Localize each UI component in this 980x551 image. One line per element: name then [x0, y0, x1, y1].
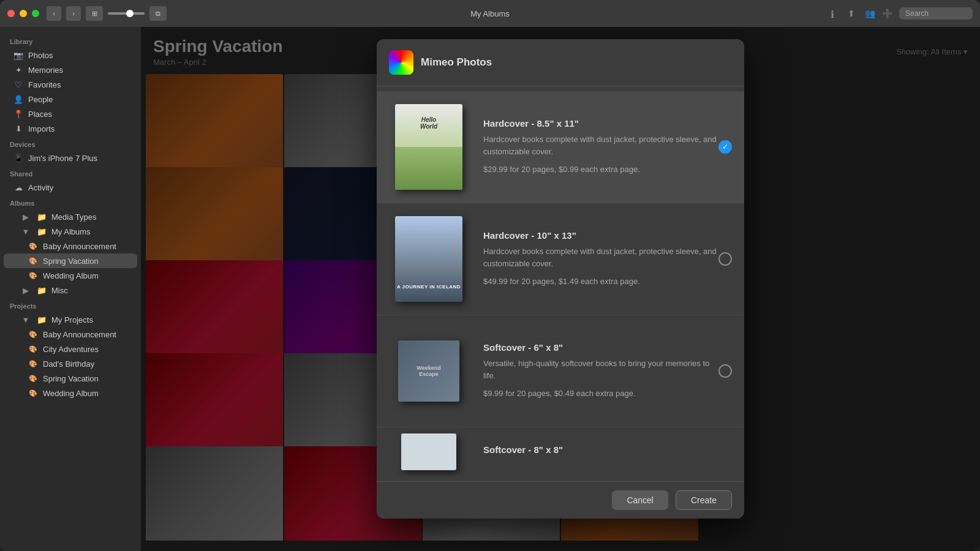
sidebar-item-misc[interactable]: ▶ 📁 Misc	[4, 283, 137, 298]
sidebar-item-label: Wedding Album	[43, 389, 99, 398]
grid-view-button[interactable]: ⊞	[86, 6, 103, 21]
back-button[interactable]: ‹	[47, 6, 61, 21]
book-cover-text: HelloWorld	[395, 116, 462, 130]
albums-section-label: Albums	[0, 195, 141, 209]
sidebar-item-proj-spring[interactable]: 🎨 Spring Vacation	[4, 371, 137, 386]
minimize-button[interactable]	[20, 10, 27, 17]
sidebar-item-favorites[interactable]: ♡ Favorites	[4, 77, 137, 92]
maximize-button[interactable]	[32, 10, 39, 17]
zoom-slider[interactable]	[108, 12, 145, 15]
album-icon: 🎨	[28, 256, 38, 266]
radio-button[interactable]	[718, 364, 732, 378]
product-description: Hardcover books complete with dust jacke…	[483, 246, 718, 269]
sidebar-item-label: Photos	[28, 51, 53, 60]
sidebar-item-my-albums[interactable]: ▼ 📁 My Albums	[4, 224, 137, 239]
add-icon[interactable]: ➕	[882, 9, 892, 18]
share-icon[interactable]: ⬆	[848, 9, 858, 18]
search-input[interactable]: Search	[899, 7, 973, 20]
product-info: Softcover - 8" x 8"	[483, 444, 732, 460]
sidebar-item-label: Dad's Birthday	[43, 359, 94, 369]
sidebar-item-iphone[interactable]: 📱 Jim's iPhone 7 Plus	[4, 151, 137, 165]
product-info: Softcover - 6" x 8" Versatile, high-qual…	[483, 342, 718, 400]
memories-icon: ✦	[13, 65, 23, 75]
chevron-right-icon: ▶	[21, 285, 31, 295]
product-description: Hardcover books complete with dust jacke…	[483, 133, 718, 157]
app-icon	[389, 50, 413, 75]
iphone-icon: 📱	[13, 153, 23, 163]
book-cover-text: WeekendEscape	[417, 365, 440, 377]
library-section-label: Library	[0, 33, 141, 48]
photos-icon: 📷	[13, 50, 23, 60]
photo-area: Spring Vacation March – April 2 Showing:…	[141, 27, 980, 551]
product-name: Softcover - 8" x 8"	[483, 444, 732, 455]
book-cover-text: A JOURNEY IN ICELAND	[395, 284, 462, 290]
sidebar-item-photos[interactable]: 📷 Photos	[4, 48, 137, 62]
product-item-softcover-6x8[interactable]: WeekendEscape Softcover - 6" x 8" Versat…	[377, 315, 744, 427]
radio-button-selected[interactable]: ✓	[718, 140, 732, 154]
person-icon: 👤	[13, 94, 23, 104]
close-button[interactable]	[7, 10, 15, 17]
sidebar-item-label: People	[28, 95, 53, 104]
project-icon: 🎨	[28, 344, 38, 354]
book-cover-image: WeekendEscape	[398, 340, 459, 402]
product-item-hardcover-85x11[interactable]: HelloWorld Hardcover - 8.5" x 11" Hardco…	[377, 91, 744, 203]
create-button[interactable]: Create	[676, 490, 732, 510]
product-item-hardcover-10x13[interactable]: A JOURNEY IN ICELAND Hardcover - 10" x 1…	[377, 203, 744, 315]
shared-section-label: Shared	[0, 165, 141, 180]
sidebar-item-label: Spring Vacation	[43, 257, 99, 266]
cancel-button[interactable]: Cancel	[612, 490, 668, 510]
product-thumbnail: A JOURNEY IN ICELAND	[389, 213, 469, 305]
window-title: My Albums	[470, 9, 510, 18]
modal-footer: Cancel Create	[377, 481, 744, 519]
sidebar-item-label: My Albums	[51, 227, 91, 236]
sidebar-item-label: Baby Announcement	[43, 330, 116, 339]
project-icon: 🎨	[28, 329, 38, 339]
split-view-button[interactable]: ⧉	[149, 6, 167, 21]
sidebar-item-memories[interactable]: ✦ Memories	[4, 62, 137, 77]
info-icon[interactable]: ℹ	[831, 9, 840, 18]
project-icon: 🎨	[28, 359, 38, 369]
product-thumbnail	[389, 427, 469, 476]
nav-controls: ‹ › ⊞ ⧉	[47, 6, 167, 21]
sidebar-item-people[interactable]: 👤 People	[4, 92, 137, 107]
sidebar-item-proj-dads[interactable]: 🎨 Dad's Birthday	[4, 356, 137, 371]
sidebar-item-label: Media Types	[51, 212, 96, 222]
album-icon: 🎨	[28, 241, 38, 251]
folder-icon: 📁	[37, 212, 47, 222]
sidebar-item-places[interactable]: 📍 Places	[4, 107, 137, 121]
sidebar-item-label: Baby Announcement	[43, 242, 116, 251]
folder-icon: 📁	[37, 227, 47, 236]
chevron-down-icon: ▼	[21, 315, 31, 324]
chevron-down-icon: ▼	[21, 227, 31, 236]
folder-icon: 📁	[37, 315, 47, 324]
checkmark-icon: ✓	[722, 143, 728, 151]
product-item-softcover-8x8[interactable]: Softcover - 8" x 8"	[377, 427, 744, 476]
forward-button[interactable]: ›	[66, 6, 81, 21]
product-price: $49.99 for 20 pages, $1.49 each extra pa…	[483, 276, 718, 288]
people-icon[interactable]: 👥	[865, 9, 875, 18]
book-cover-image: A JOURNEY IN ICELAND	[395, 216, 462, 302]
pin-icon: 📍	[13, 109, 23, 119]
book-cover-image	[401, 433, 456, 470]
sidebar-item-imports[interactable]: ⬇ Imports	[4, 121, 137, 136]
sidebar-item-baby-announcement[interactable]: 🎨 Baby Announcement	[4, 239, 137, 253]
sidebar-item-activity[interactable]: ☁ Activity	[4, 180, 137, 195]
sidebar-item-proj-baby[interactable]: 🎨 Baby Announcement	[4, 327, 137, 342]
sidebar-item-media-types[interactable]: ▶ 📁 Media Types	[4, 209, 137, 224]
modal-body[interactable]: HelloWorld Hardcover - 8.5" x 11" Hardco…	[377, 86, 744, 481]
sidebar-item-spring-vacation[interactable]: 🎨 Spring Vacation	[4, 253, 137, 268]
heart-icon: ♡	[13, 80, 23, 89]
sidebar-item-wedding-album[interactable]: 🎨 Wedding Album	[4, 268, 137, 283]
chevron-right-icon: ▶	[21, 212, 31, 222]
projects-section-label: Projects	[0, 298, 141, 312]
book-cover-image: HelloWorld	[395, 104, 462, 190]
sidebar-item-proj-city[interactable]: 🎨 City Adventures	[4, 342, 137, 356]
import-icon: ⬇	[13, 124, 23, 133]
sidebar-item-proj-wedding[interactable]: 🎨 Wedding Album	[4, 386, 137, 400]
sidebar-item-my-projects[interactable]: ▼ 📁 My Projects	[4, 312, 137, 327]
sidebar-item-label: My Projects	[51, 315, 93, 324]
product-info: Hardcover - 10" x 13" Hardcover books co…	[483, 230, 718, 288]
product-price: $9.99 for 20 pages, $0.49 each extra pag…	[483, 388, 718, 400]
radio-button[interactable]	[718, 252, 732, 266]
traffic-lights	[7, 10, 39, 17]
